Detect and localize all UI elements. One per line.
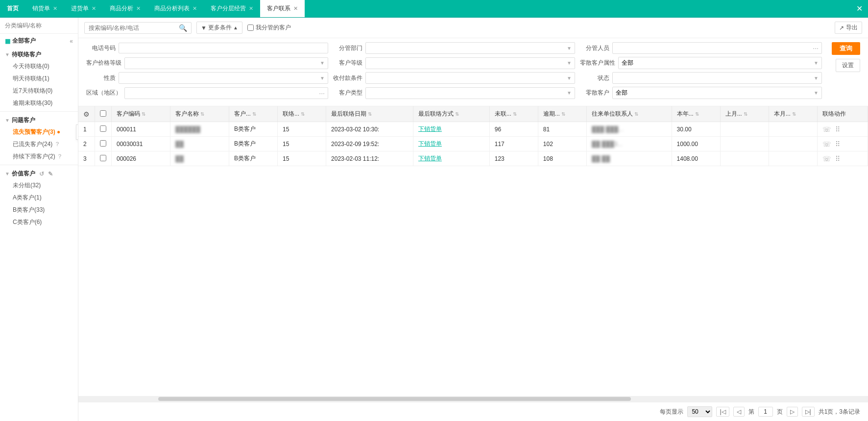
region-dots-icon[interactable]: ··· xyxy=(319,89,325,97)
tab-goods-analysis-list[interactable]: 商品分析列表 ✕ xyxy=(147,0,204,17)
tab-goods-analysis-close[interactable]: ✕ xyxy=(136,5,141,12)
tab-sales-close[interactable]: ✕ xyxy=(53,5,57,12)
region-select[interactable]: ··· xyxy=(124,87,328,99)
tab-customer-tier-close[interactable]: ✕ xyxy=(249,5,253,12)
sidebar-item-ungrouped[interactable]: 未分组(32) xyxy=(0,179,78,192)
tab-purchase[interactable]: 进货单 ✕ xyxy=(64,0,103,17)
row2-checkbox[interactable] xyxy=(100,140,106,147)
zero-attr-label: 零散客户属性 xyxy=(580,59,615,67)
cust-type-select[interactable]: ▼ xyxy=(365,87,575,99)
table-settings-icon[interactable]: ⚙ xyxy=(83,110,90,118)
row2-method-link[interactable]: 下销货单 xyxy=(418,140,442,147)
tab-goods-analysis[interactable]: 商品分析 ✕ xyxy=(103,0,147,17)
sidebar-item-churned[interactable]: 已流失客户(24) ？ xyxy=(0,138,78,150)
collapse-icon[interactable]: « xyxy=(70,38,73,45)
sidebar-section-pending[interactable]: ▼ 待联络客户 xyxy=(0,48,78,60)
sidebar-all-customers[interactable]: ▦ 全部客户 « xyxy=(0,34,78,48)
tab-customer-tier[interactable]: 客户分层经营 ✕ xyxy=(204,0,260,17)
prev-page-btn[interactable]: ◁ xyxy=(733,407,745,417)
sidebar-item-7days[interactable]: 近7天待联络(0) xyxy=(0,85,78,97)
edit-icon[interactable]: ✎ xyxy=(48,171,53,177)
dept-select[interactable]: ▼ xyxy=(365,42,575,54)
row1-method-link[interactable]: 下销货单 xyxy=(418,125,442,132)
col-type-sort[interactable]: ⇅ xyxy=(252,111,256,117)
sidebar-item-declining[interactable]: 持续下滑客户(2) ？ xyxy=(0,150,78,163)
row1-checkbox[interactable] xyxy=(100,125,106,132)
row3-type: B类客户 xyxy=(229,151,277,166)
manager-dots-icon[interactable]: ··· xyxy=(813,44,819,52)
row3-method-link[interactable]: 下销货单 xyxy=(418,155,442,162)
row2-name: ██ xyxy=(170,137,229,151)
sidebar-item-class-b[interactable]: B类客户(33) xyxy=(0,204,78,216)
zero2-select[interactable]: 全部 ▼ xyxy=(612,87,822,99)
select-all-checkbox[interactable] xyxy=(100,110,106,117)
search-input[interactable] xyxy=(89,25,177,31)
col-last-date-sort[interactable]: ⇅ xyxy=(368,111,372,117)
row2-contact: 15 xyxy=(278,137,326,151)
sidebar-section-value[interactable]: ▼ 价值客户 ↺ ✎ xyxy=(0,167,78,179)
filter-cell-payment: 收付款条件 ▼ xyxy=(333,72,580,84)
tab-customer-contact[interactable]: 客户联系 ✕ xyxy=(260,0,305,17)
gender-select[interactable]: ▼ xyxy=(119,72,328,84)
sidebar-item-class-c[interactable]: C类客户(6) xyxy=(0,216,78,228)
per-page-label: 每页显示 xyxy=(660,408,683,416)
tab-sales[interactable]: 销货单 ✕ xyxy=(25,0,64,17)
settings-button[interactable]: 设置 xyxy=(836,59,860,72)
row2-action-more-icon[interactable]: ⠿ xyxy=(835,140,840,148)
first-page-btn[interactable]: |◁ xyxy=(716,407,729,417)
tab-goods-analysis-list-close[interactable]: ✕ xyxy=(193,5,197,12)
my-customers-checkbox[interactable] xyxy=(247,25,254,31)
col-this-month: 本月... ⇅ xyxy=(769,106,817,122)
sidebar-item-class-a[interactable]: A类客户(1) xyxy=(0,192,78,204)
col-this-year-sort[interactable]: ⇅ xyxy=(695,111,699,117)
col-no-contact-sort[interactable]: ⇅ xyxy=(513,111,517,117)
row1-action-more-icon[interactable]: ⠿ xyxy=(835,125,840,133)
col-last-month-sort[interactable]: ⇅ xyxy=(744,111,747,117)
query-button[interactable]: 查询 xyxy=(832,42,860,55)
payment-select[interactable]: ▼ xyxy=(365,72,575,84)
row3-action-contact-icon[interactable]: ☏ xyxy=(822,155,831,163)
manager-select[interactable]: ··· xyxy=(612,42,822,54)
next-page-btn[interactable]: ▷ xyxy=(787,407,798,417)
export-btn[interactable]: ↗ 导出 xyxy=(835,22,862,34)
search-submit-icon[interactable]: 🔍 xyxy=(179,24,187,32)
row1-action-contact-icon[interactable]: ☏ xyxy=(822,125,831,133)
col-this-month-sort[interactable]: ⇅ xyxy=(792,111,796,117)
refresh-icon[interactable]: ↺ xyxy=(39,171,44,177)
col-last-method-sort[interactable]: ⇅ xyxy=(455,111,459,117)
tab-home[interactable]: 首页 xyxy=(0,0,25,17)
scrollbar-thumb[interactable] xyxy=(158,397,631,401)
zero-attr-select[interactable]: 全部 ▼ xyxy=(618,57,822,69)
payment-label: 收付款条件 xyxy=(333,74,362,82)
last-page-btn[interactable]: ▷| xyxy=(802,407,815,417)
tab-customer-contact-close[interactable]: ✕ xyxy=(293,5,298,12)
sidebar-item-churn-warning[interactable]: 流失预警客户(3) ● xyxy=(0,126,78,138)
tab-purchase-close[interactable]: ✕ xyxy=(92,5,96,12)
phone-input[interactable] xyxy=(119,43,328,53)
more-conditions-btn[interactable]: ▼ 更多条件 ▲ xyxy=(196,22,242,34)
sidebar-item-today[interactable]: 今天待联络(0) xyxy=(0,60,78,73)
table-row: 1 000011 ██████ B类客户 15 2023-03-02 10:30… xyxy=(78,122,868,137)
row3-checkbox[interactable] xyxy=(100,155,106,161)
horizontal-scrollbar[interactable] xyxy=(78,396,868,402)
col-overdue-sort[interactable]: ⇅ xyxy=(561,111,565,117)
section-value-label: 价值客户 xyxy=(12,170,35,178)
window-close-button[interactable]: ✕ xyxy=(850,0,868,18)
sidebar-item-tomorrow[interactable]: 明天待联络(1) xyxy=(0,73,78,85)
sidebar-section-problem[interactable]: ▼ 问题客户 xyxy=(0,114,78,126)
cust-level-select[interactable]: ▼ xyxy=(365,57,575,69)
sidebar-item-overdue[interactable]: 逾期未联络(30) xyxy=(0,97,78,109)
my-customers-checkbox-wrap[interactable]: 我分管的客户 xyxy=(247,24,291,32)
col-unit-contact-sort[interactable]: ⇅ xyxy=(634,111,638,117)
row3-action-more-icon[interactable]: ⠿ xyxy=(835,155,840,163)
col-name-sort[interactable]: ⇅ xyxy=(200,111,204,117)
ungrouped-label: 未分组(32) xyxy=(13,182,41,189)
row3-name: ██ xyxy=(170,151,229,166)
col-contact-sort[interactable]: ⇅ xyxy=(301,111,305,117)
col-code-sort[interactable]: ⇅ xyxy=(142,111,145,117)
price-level-select[interactable]: ▼ xyxy=(124,57,328,69)
per-page-select[interactable]: 50 100 200 xyxy=(687,406,712,417)
sidebar-search-input[interactable] xyxy=(5,22,78,29)
status-select[interactable]: ▼ xyxy=(612,72,822,84)
row2-action-contact-icon[interactable]: ☏ xyxy=(822,140,831,148)
